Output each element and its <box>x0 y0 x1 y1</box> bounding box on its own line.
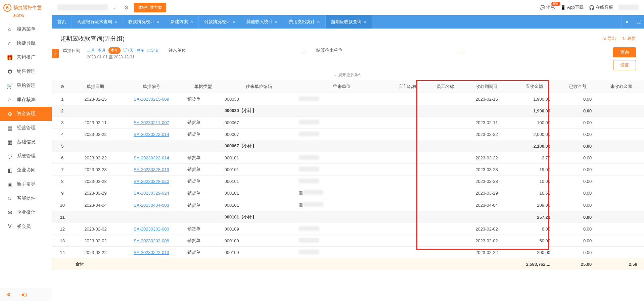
column-header[interactable]: 未收款金额 <box>598 80 644 93</box>
sidebar-label: 企业微信 <box>17 209 36 215</box>
column-header[interactable]: 员工名称 <box>429 80 462 93</box>
column-header[interactable]: 往来单位编码 <box>222 80 296 93</box>
sidebar-item[interactable]: ◌系统管理 <box>0 149 52 163</box>
tab-close-icon[interactable]: ✕ <box>114 20 117 24</box>
tab-close-icon[interactable]: ✕ <box>275 20 278 24</box>
table-row: 82023-03-28SA-20230328-020销货单0001012023-… <box>52 175 644 187</box>
tab[interactable]: 费用支出统计✕ <box>283 15 326 29</box>
refresh-button[interactable]: ↻刷新 <box>622 36 636 42</box>
sidebar-item[interactable]: ⊛资金管理 <box>0 107 52 121</box>
doc-link[interactable]: SA-20230328-019 <box>134 167 169 172</box>
sidebar-item[interactable]: 🎁营销推广 <box>0 50 52 64</box>
industry-button[interactable]: 体验行业方案 <box>134 3 166 12</box>
support-link[interactable]: 🎧 在线客服 <box>589 4 613 10</box>
org-settings-icon[interactable]: ⚙ <box>122 4 131 11</box>
tab[interactable]: 其他收入统计✕ <box>241 15 283 29</box>
date-preset[interactable]: 近7天 <box>123 48 134 53</box>
gear-icon[interactable]: ⚙ <box>60 84 64 89</box>
doc-link[interactable]: SA-20230215-009 <box>134 97 169 102</box>
tab-close-icon[interactable]: ✕ <box>232 20 235 24</box>
sidebar-item[interactable]: ☺智能硬件 <box>0 191 52 205</box>
sidebar-item[interactable]: ▣新手引导 <box>0 177 52 191</box>
tabs-controls: ✕ ⛶ <box>621 15 644 29</box>
column-header[interactable]: 应收金额 <box>511 80 557 93</box>
sound-icon[interactable]: ◀)) <box>21 292 27 297</box>
sidebar-label: 系统管理 <box>17 153 36 159</box>
fullscreen-icon[interactable]: ⛶ <box>633 15 644 29</box>
support-label: 在线客服 <box>596 4 613 10</box>
query-button[interactable]: 查询 <box>613 47 636 57</box>
tab-label: 费用支出统计 <box>289 19 315 25</box>
sidebar-icon: ✉ <box>7 209 13 215</box>
unit-filter-input[interactable]: ⋯ <box>193 49 307 52</box>
tab[interactable]: 现金银行流水查询✕ <box>72 15 123 29</box>
date-preset[interactable]: 更多 <box>136 48 144 53</box>
tab-close-icon[interactable]: ✕ <box>156 20 159 24</box>
export-button[interactable]: ⇲导出 <box>602 36 616 42</box>
unit-blurred <box>299 155 319 160</box>
tab[interactable]: 超期应收款查询✕ <box>326 15 372 29</box>
doc-link[interactable]: SA-20230404-003 <box>134 203 169 208</box>
sidebar-label: 新手引导 <box>17 181 36 187</box>
settings-gear-icon[interactable]: ⚙ <box>7 292 11 297</box>
tab[interactable]: 新建方案✕ <box>165 15 199 29</box>
doc-link[interactable]: SA-20230211-007 <box>134 120 169 125</box>
doc-link[interactable]: SA-20230202-003 <box>134 227 169 232</box>
sidebar-item[interactable]: V畅会员 <box>0 219 52 234</box>
tab-close-icon[interactable]: ✕ <box>190 20 193 24</box>
sidebar-icon: ☺ <box>7 195 13 201</box>
date-preset[interactable]: 自定义 <box>147 48 159 53</box>
sidebar-item[interactable]: ⌂快捷导航 <box>0 36 52 50</box>
column-header[interactable]: 部门名称 <box>387 80 429 93</box>
date-preset[interactable]: 本年 <box>108 47 121 54</box>
messages-link[interactable]: 💬 消息 99+ <box>540 4 555 10</box>
column-header[interactable]: 往来单位 <box>296 80 387 93</box>
settle-unit-picker-icon[interactable]: ⋯ <box>459 50 463 56</box>
close-tab-icon[interactable]: ✕ <box>621 15 633 29</box>
date-preset[interactable]: 本月 <box>98 48 106 53</box>
doc-link[interactable]: SA-20230222-013 <box>134 250 169 255</box>
filter-actions: 查询 设置 <box>613 47 636 70</box>
sidebar-item[interactable]: ◧企业协同 <box>0 163 52 177</box>
settle-unit-filter-input[interactable]: ⋯ <box>351 49 465 52</box>
doc-link[interactable]: SA-20230329-024 <box>134 191 169 196</box>
column-gear[interactable]: ⚙ <box>52 80 73 93</box>
sidebar-label: 快捷导航 <box>17 40 36 46</box>
org-dropdown-icon[interactable]: ⌄ <box>111 5 119 10</box>
sidebar-item[interactable]: 🛒采购管理 <box>0 79 52 93</box>
subtotal-row: 2000030【小计】1,900.000.00 <box>52 105 644 117</box>
tab-close-icon[interactable]: ✕ <box>364 20 367 24</box>
sidebar-item[interactable]: ▦基础信息 <box>0 135 52 149</box>
tab-label: 现金银行流水查询 <box>77 19 112 25</box>
tab-close-icon[interactable]: ✕ <box>317 20 320 24</box>
column-header[interactable]: 单据类型 <box>185 80 222 93</box>
tab[interactable]: 首页 <box>52 15 72 29</box>
settings-button[interactable]: 设置 <box>613 60 636 70</box>
sidebar-label: 畅会员 <box>17 223 31 230</box>
column-header[interactable]: 收款到期日 <box>462 80 511 93</box>
column-header[interactable]: 已收金额 <box>557 80 598 93</box>
doc-link[interactable]: SA-20230328-020 <box>134 179 169 184</box>
content-header: 超期应收款查询(无分组) ⇲导出 ↻刷新 <box>52 29 644 46</box>
unit-picker-icon[interactable]: ⋯ <box>301 50 306 56</box>
sidebar-item[interactable]: ⌕搜索菜单 <box>0 22 52 36</box>
app-download-link[interactable]: 📱 App下载 <box>560 4 584 10</box>
unit-blurred <box>299 132 319 136</box>
refresh-icon: ↻ <box>622 36 626 41</box>
collapse-filter-icon[interactable]: » <box>52 49 59 58</box>
doc-link[interactable]: SA-20230202-008 <box>134 238 169 243</box>
sidebar-item[interactable]: ▤经营管理 <box>0 121 52 135</box>
sidebar-item[interactable]: ⌂库存核算 <box>0 93 52 107</box>
date-preset[interactable]: 上月 <box>87 48 95 53</box>
expand-conditions[interactable]: ⌄ 展开更多条件 <box>52 70 644 80</box>
doc-link[interactable]: SA-20230222-014 <box>134 132 169 137</box>
sidebar-label: 采购管理 <box>17 83 36 89</box>
tab[interactable]: 付款情况统计✕ <box>199 15 241 29</box>
tab-label: 收款情况统计 <box>128 19 154 25</box>
sidebar-item[interactable]: ✪销售管理 <box>0 64 52 79</box>
tab[interactable]: 收款情况统计✕ <box>123 15 165 29</box>
column-header[interactable]: 单据编号 <box>118 80 184 93</box>
doc-link[interactable]: SA-20230322-014 <box>134 155 169 160</box>
column-header[interactable]: 单据日期 <box>73 80 119 93</box>
sidebar-item[interactable]: ✉企业微信 <box>0 205 52 219</box>
